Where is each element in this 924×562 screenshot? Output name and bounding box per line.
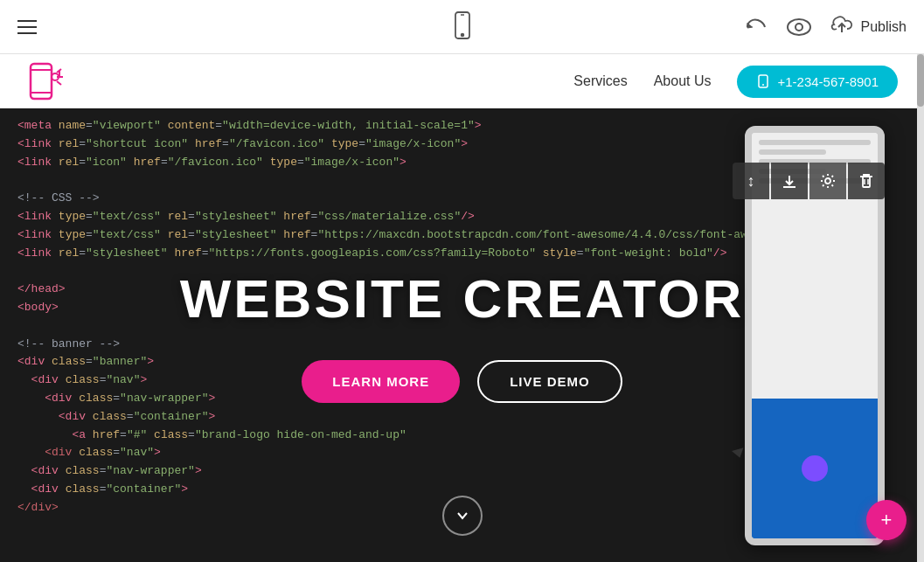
phone-button[interactable]: +1-234-567-8901 [737, 66, 898, 98]
preview-area: Services About Us +1-234-567-8901 <meta … [0, 54, 924, 562]
svg-line-10 [57, 81, 61, 85]
hero-section: <meta name="viewport" content="width=dev… [0, 108, 924, 562]
svg-point-14 [762, 84, 764, 86]
publish-label: Publish [861, 19, 907, 35]
nav-services[interactable]: Services [573, 73, 627, 89]
hero-title: WEBSITE CREATOR [180, 267, 745, 330]
top-toolbar: Publish [0, 0, 924, 54]
live-demo-button[interactable]: LIVE DEMO [477, 360, 622, 403]
hamburger-icon[interactable] [17, 20, 37, 34]
scroll-down-button[interactable] [442, 496, 483, 536]
svg-point-2 [461, 33, 463, 36]
toolbar-right: Publish [744, 15, 907, 38]
section-toolbar: ↕ [733, 163, 885, 199]
publish-button[interactable]: Publish [830, 15, 907, 38]
svg-point-16 [825, 178, 830, 184]
svg-point-4 [795, 24, 802, 31]
fab-button[interactable]: + [866, 500, 907, 540]
mobile-preview-icon[interactable] [452, 11, 473, 43]
toolbar-center [452, 11, 473, 43]
hero-content: WEBSITE CREATOR LEARN MORE LIVE DEMO [180, 267, 745, 403]
site-nav-links: Services About Us +1-234-567-8901 [573, 66, 898, 98]
settings-section-button[interactable] [809, 163, 846, 199]
site-nav: Services About Us +1-234-567-8901 [0, 54, 924, 108]
delete-section-button[interactable] [848, 163, 885, 199]
svg-rect-17 [863, 177, 870, 187]
toolbar-left [17, 20, 37, 34]
tablet-bar-1 [759, 140, 871, 145]
scrollbar-thumb[interactable] [917, 54, 924, 107]
download-section-button[interactable] [771, 163, 808, 199]
hero-buttons: LEARN MORE LIVE DEMO [302, 360, 622, 403]
phone-number: +1-234-567-8901 [777, 74, 879, 89]
tablet-bar-2 [759, 149, 826, 155]
undo-icon[interactable] [744, 17, 768, 38]
nav-about-us[interactable]: About Us [654, 73, 712, 89]
learn-more-button[interactable]: LEARN MORE [302, 360, 460, 403]
preview-icon[interactable] [786, 17, 812, 37]
tablet-dot [802, 455, 828, 482]
tablet-screen-bottom [752, 399, 878, 538]
cloud-upload-icon [830, 15, 854, 38]
svg-point-3 [788, 19, 810, 35]
move-section-button[interactable]: ↕ [733, 163, 769, 199]
scrollbar[interactable] [917, 54, 924, 562]
site-logo [26, 59, 79, 103]
